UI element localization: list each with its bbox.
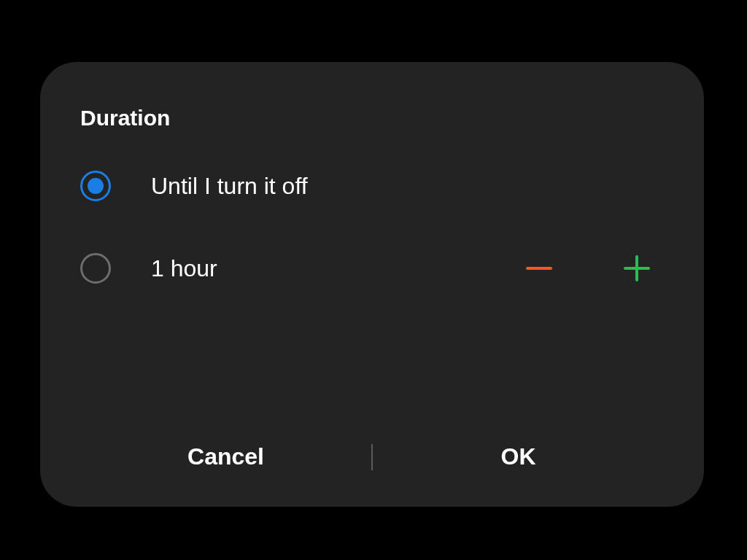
dialog-title: Duration <box>80 106 664 131</box>
duration-stepper <box>523 252 653 284</box>
radio-selected-icon[interactable] <box>80 171 111 201</box>
minus-icon[interactable] <box>523 252 555 284</box>
option-until-off-label: Until I turn it off <box>151 173 664 200</box>
option-timed-label: 1 hour <box>151 255 523 282</box>
option-until-off[interactable]: Until I turn it off <box>80 171 664 201</box>
option-timed[interactable]: 1 hour <box>80 252 664 284</box>
dialog-button-row: Cancel OK <box>80 436 664 485</box>
plus-icon[interactable] <box>621 252 653 284</box>
ok-button[interactable]: OK <box>373 436 664 478</box>
cancel-button[interactable]: Cancel <box>80 436 371 478</box>
radio-unselected-icon[interactable] <box>80 253 111 284</box>
duration-dialog: Duration Until I turn it off 1 hour <box>40 62 704 507</box>
